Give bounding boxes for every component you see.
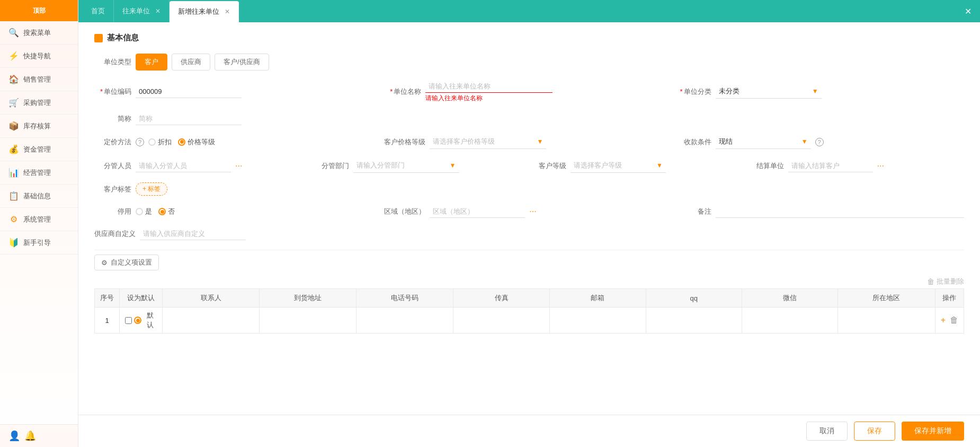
region-dots-button[interactable]: ··· bbox=[527, 207, 538, 216]
tab-partners-close[interactable]: ✕ bbox=[155, 7, 161, 15]
unit-category-select[interactable]: 未分类 ▼ bbox=[716, 84, 822, 99]
unit-type-group: 单位类型 客户 供应商 客户/供应商 bbox=[94, 54, 964, 71]
remark-group: 备注 bbox=[674, 205, 964, 218]
col-region: 所在地区 bbox=[838, 289, 935, 308]
row-contact[interactable] bbox=[163, 308, 259, 334]
row-delete-button[interactable]: 🗑 bbox=[950, 315, 958, 325]
tab-home[interactable]: 首页 bbox=[83, 0, 114, 22]
row-contact-input[interactable] bbox=[168, 317, 253, 325]
save-new-button[interactable]: 保存并新增 bbox=[902, 422, 964, 441]
batch-delete-label[interactable]: 批量删除 bbox=[937, 277, 964, 286]
add-tag-button[interactable]: + 标签 bbox=[136, 182, 167, 196]
row-action-cell: + 🗑 bbox=[935, 308, 964, 334]
row-checkbox[interactable] bbox=[125, 317, 132, 324]
sales-label: 销售管理 bbox=[23, 75, 51, 84]
customer-price-select[interactable]: 请选择客户价格等级 ▼ bbox=[430, 135, 546, 149]
row-phone-input[interactable] bbox=[362, 317, 448, 325]
pricing-help-icon[interactable]: ? bbox=[136, 138, 144, 146]
row-address-input[interactable] bbox=[265, 317, 351, 325]
row-default-radio[interactable]: 默认 bbox=[134, 311, 157, 330]
manager-input[interactable] bbox=[136, 160, 231, 172]
row-fax-input[interactable] bbox=[459, 317, 544, 325]
price-level-radio[interactable]: 价格等级 bbox=[178, 137, 215, 147]
unit-category-label: 单位分类 bbox=[674, 87, 711, 97]
payment-terms-select[interactable]: 现结 ▼ bbox=[716, 135, 811, 149]
unit-type-row: 单位类型 客户 供应商 客户/供应商 bbox=[94, 54, 964, 71]
supplier-type-button[interactable]: 供应商 bbox=[172, 54, 210, 71]
row-phone[interactable] bbox=[357, 308, 453, 334]
customer-type-button[interactable]: 客户 bbox=[136, 54, 167, 71]
unit-code-input[interactable] bbox=[136, 85, 242, 98]
disable-label: 停用 bbox=[94, 207, 131, 216]
price-level-radio-circle bbox=[178, 138, 185, 146]
disable-no-radio[interactable]: 否 bbox=[158, 207, 175, 216]
payment-terms-label: 收款条件 bbox=[674, 137, 711, 147]
sidebar-item-quick-nav[interactable]: ⚡快捷导航 bbox=[0, 45, 78, 68]
disable-no-dot bbox=[161, 210, 164, 214]
row-add-button[interactable]: + bbox=[941, 315, 946, 325]
remark-input[interactable] bbox=[716, 205, 964, 218]
sidebar-item-basic-info[interactable]: 📋基础信息 bbox=[0, 185, 78, 208]
disable-yes-radio[interactable]: 是 bbox=[136, 207, 152, 216]
basic-info-icon: 📋 bbox=[8, 191, 19, 201]
finance-label: 资金管理 bbox=[23, 145, 51, 154]
payment-terms-group: 收款条件 现结 ▼ ? bbox=[674, 135, 964, 149]
payment-terms-help-icon[interactable]: ? bbox=[815, 138, 824, 146]
save-button[interactable]: 保存 bbox=[854, 422, 895, 441]
settlement-unit-input[interactable] bbox=[788, 160, 873, 172]
short-name-input[interactable] bbox=[136, 112, 242, 125]
tab-new-partner[interactable]: 新增往来单位✕ bbox=[170, 1, 239, 22]
sidebar-item-finance[interactable]: 💰资金管理 bbox=[0, 138, 78, 161]
discount-radio[interactable]: 折扣 bbox=[148, 137, 172, 147]
unit-category-value: 未分类 bbox=[719, 86, 740, 96]
table-header-row: 序号 设为默认 联系人 到货地址 电话号码 传真 邮箱 qq 微信 所在地区 操… bbox=[95, 289, 964, 308]
customer-level-group: 客户等级 请选择客户等级 ▼ bbox=[529, 159, 747, 173]
row-default-cell: 默认 bbox=[120, 308, 163, 334]
sidebar-item-search[interactable]: 🔍搜索菜单 bbox=[0, 21, 78, 45]
sidebar-item-purchase[interactable]: 🛒采购管理 bbox=[0, 91, 78, 115]
unit-name-input[interactable] bbox=[425, 80, 553, 93]
customer-price-group: 客户价格等级 请选择客户价格等级 ▼ bbox=[384, 135, 674, 149]
row-fax[interactable] bbox=[453, 308, 550, 334]
batch-delete-icon: 🗑 bbox=[927, 277, 934, 286]
manager-label: 分管人员 bbox=[94, 161, 131, 171]
sidebar-item-inventory[interactable]: 📦库存核算 bbox=[0, 115, 78, 138]
search-icon: 🔍 bbox=[8, 28, 19, 38]
sidebar: 顶部 🔍搜索菜单⚡快捷导航🏠销售管理🛒采购管理📦库存核算💰资金管理📊经营管理📋基… bbox=[0, 0, 78, 447]
row-region-input[interactable] bbox=[843, 317, 929, 325]
row-wechat-input[interactable] bbox=[747, 317, 833, 325]
row-address[interactable] bbox=[259, 308, 356, 334]
row-qq[interactable] bbox=[646, 308, 742, 334]
row-email-input[interactable] bbox=[555, 317, 640, 325]
row-wechat[interactable] bbox=[742, 308, 838, 334]
sidebar-item-guide[interactable]: 🔰新手引导 bbox=[0, 231, 78, 255]
sidebar-item-system[interactable]: ⚙系统管理 bbox=[0, 208, 78, 231]
both-type-button[interactable]: 客户/供应商 bbox=[215, 54, 269, 71]
custom-setting-button[interactable]: ⚙ 自定义项设置 bbox=[94, 255, 159, 270]
sidebar-item-operations[interactable]: 📊经营管理 bbox=[0, 161, 78, 185]
settlement-unit-dots-button[interactable]: ··· bbox=[875, 161, 886, 171]
customer-level-select[interactable]: 请选择客户等级 ▼ bbox=[571, 159, 666, 173]
search-label: 搜索菜单 bbox=[23, 28, 51, 38]
form-divider bbox=[94, 250, 964, 250]
close-all-tabs-button[interactable]: ✕ bbox=[960, 6, 976, 16]
tab-new-partner-close[interactable]: ✕ bbox=[225, 8, 230, 15]
row-email[interactable] bbox=[550, 308, 646, 334]
custom-setting-gear-icon: ⚙ bbox=[101, 259, 108, 267]
manager-dots-button[interactable]: ··· bbox=[233, 161, 244, 171]
manager-input-group: ··· bbox=[136, 160, 312, 172]
basic-info-label: 基础信息 bbox=[23, 191, 51, 201]
customer-level-arrow-icon: ▼ bbox=[656, 162, 663, 169]
pricing-method-label: 定价方法 bbox=[94, 137, 131, 147]
supplier-custom-input[interactable] bbox=[140, 227, 246, 240]
row-region[interactable] bbox=[838, 308, 935, 334]
tab-partners[interactable]: 往来单位✕ bbox=[114, 0, 170, 22]
row-qq-input[interactable] bbox=[652, 317, 736, 325]
unit-category-arrow-icon: ▼ bbox=[812, 87, 818, 95]
footer-bar: 取消 保存 保存并新增 bbox=[78, 415, 980, 447]
section-title: 基本信息 bbox=[107, 33, 139, 43]
dept-select[interactable]: 请输入分管部门 ▼ bbox=[353, 159, 459, 173]
region-input[interactable] bbox=[430, 205, 525, 218]
cancel-button[interactable]: 取消 bbox=[806, 422, 848, 441]
sidebar-item-sales[interactable]: 🏠销售管理 bbox=[0, 68, 78, 91]
